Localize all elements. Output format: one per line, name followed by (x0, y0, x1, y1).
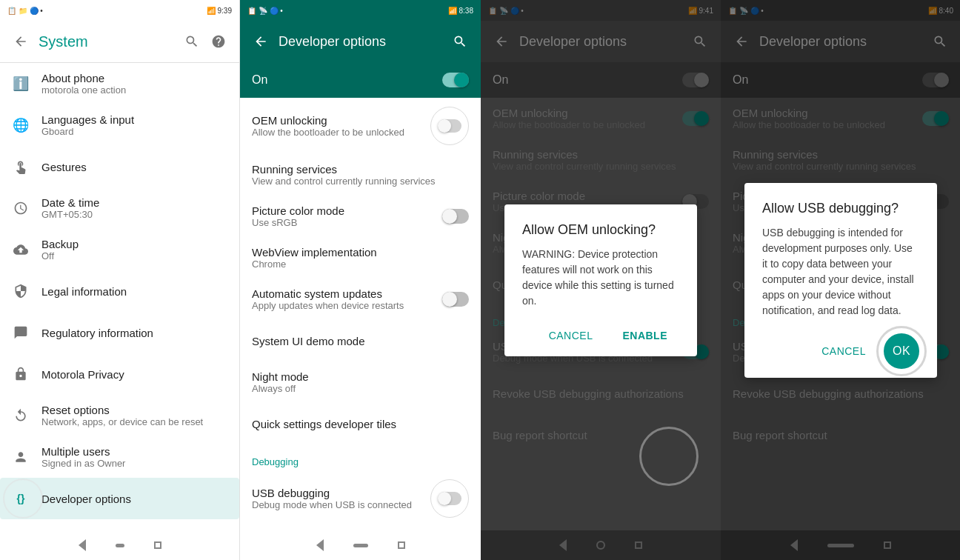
oem-dialog-title: Allow OEM unlocking? (522, 222, 679, 238)
time-1: 9:39 (218, 7, 232, 15)
backup-icon (12, 241, 30, 259)
status-icons-left: 📋 📁 🔵 • (7, 7, 43, 15)
oem-toggle-2[interactable] (438, 119, 461, 133)
usb-dialog: Allow USB debugging? USB debugging is in… (744, 183, 937, 378)
oem-dialog-body: WARNING: Device protection features will… (522, 247, 679, 309)
system-menu-list: ℹ️ About phone motorola one action 🌐 Lan… (0, 63, 239, 530)
status-bar-2: 📋 📡 🔵 • 📶 8:38 (240, 0, 481, 21)
usb-toggle-2[interactable] (438, 492, 461, 505)
nav-bar-2 (240, 530, 481, 560)
back-icon-2[interactable] (252, 33, 270, 50)
wifi-icon: 📶 (207, 7, 216, 15)
menu-legal[interactable]: Legal information (0, 270, 239, 312)
regulatory-icon (12, 324, 30, 341)
reset-icon (12, 407, 30, 424)
oem-dialog-overlay: Allow OEM unlocking? WARNING: Device pro… (481, 0, 721, 560)
webview-row[interactable]: WebView implementation Chrome (240, 237, 481, 279)
usb-dialog-actions: Cancel OK (762, 333, 919, 369)
status-bar-1: 📋 📁 🔵 • 📶 9:39 (0, 0, 239, 21)
oem-dialog: Allow OEM unlocking? WARNING: Device pro… (504, 204, 697, 356)
regulatory-label: Regulatory information (41, 327, 227, 339)
menu-gestures[interactable]: Gestures (0, 146, 239, 187)
menu-developer[interactable]: {} Developer options (0, 478, 239, 519)
quick-settings-tiles-row[interactable]: Quick settings developer tiles (240, 403, 481, 444)
picture-color-row[interactable]: Picture color mode Use sRGB (240, 196, 481, 237)
menu-regulatory[interactable]: Regulatory information (0, 312, 239, 353)
oem-cancel-button[interactable]: Cancel (537, 324, 605, 347)
app-bar-1: System (0, 21, 239, 62)
developer-options-panel-4: 📋 📡 🔵 • 📶 8:40 Developer options On OEM … (721, 0, 960, 560)
back-nav-2[interactable] (316, 539, 324, 551)
nav-bar-1 (0, 530, 239, 560)
menu-backup[interactable]: Backup Off (0, 229, 239, 270)
users-icon (12, 448, 30, 466)
dev-settings-list-2: OEM unlocking Allow the bootloader to be… (240, 98, 481, 530)
legal-label: Legal information (41, 285, 227, 298)
usb-dialog-body: USB debugging is intended for developmen… (762, 225, 919, 319)
usb-dialog-title: Allow USB debugging? (762, 201, 919, 216)
info-icon: ℹ️ (12, 75, 30, 93)
home-nav-2[interactable] (353, 544, 368, 547)
search-icon-2[interactable] (451, 33, 469, 50)
menu-about-phone[interactable]: ℹ️ About phone motorola one action (0, 63, 239, 104)
usb-cancel-button[interactable]: Cancel (810, 339, 878, 363)
app-bar-2: Developer options (240, 21, 481, 62)
usb-dialog-overlay: Allow USB debugging? USB debugging is in… (721, 0, 960, 560)
recents-nav-2[interactable] (398, 541, 405, 549)
dev-on-row-2[interactable]: On (240, 62, 481, 98)
privacy-icon (12, 365, 30, 383)
recents-nav-1[interactable] (154, 541, 161, 549)
help-icon-1[interactable] (210, 33, 227, 50)
app-title-2: Developer options (279, 34, 442, 50)
status-icons-left-2: 📋 📡 🔵 • (247, 7, 283, 15)
system-settings-panel: 📋 📁 🔵 • 📶 9:39 System ℹ️ About phone mot… (0, 0, 239, 560)
time-2: 8:38 (459, 7, 473, 15)
picture-color-toggle-2[interactable] (442, 209, 469, 224)
debugging-header-2: Debugging (240, 444, 481, 470)
menu-users[interactable]: Multiple users Signed in as Owner (0, 436, 239, 478)
developer-options-panel-3: 📋 📡 🔵 • 📶 9:41 Developer options On OEM … (481, 0, 721, 560)
wifi-icon-2: 📶 (448, 7, 457, 15)
developer-options-panel: 📋 📡 🔵 • 📶 8:38 Developer options On OEM … (240, 0, 481, 560)
clock-icon (12, 199, 30, 217)
menu-date-time[interactable]: Date & time GMT+05:30 (0, 187, 239, 229)
usb-debug-row-2[interactable]: USB debugging Debug mode when USB is con… (240, 470, 481, 527)
oem-enable-button[interactable]: Enable (610, 324, 679, 347)
menu-privacy[interactable]: Motorola Privacy (0, 353, 239, 395)
gesture-icon (12, 158, 30, 176)
back-nav-1[interactable] (79, 539, 86, 551)
back-icon-1[interactable] (12, 33, 30, 50)
language-icon: 🌐 (12, 116, 30, 134)
dev-on-label-2: On (252, 73, 442, 87)
legal-icon (12, 282, 30, 300)
oem-dialog-actions: Cancel Enable (522, 324, 679, 347)
auto-sys-updates-row[interactable]: Automatic system updates Apply updates w… (240, 279, 481, 320)
night-mode-row[interactable]: Night mode Always off (240, 361, 481, 403)
running-services-row[interactable]: Running services View and control curren… (240, 154, 481, 196)
dev-toggle-2[interactable] (442, 73, 469, 87)
ui-demo-row[interactable]: System UI demo mode (240, 320, 481, 361)
menu-reset[interactable]: Reset options Network, apps, or device c… (0, 395, 239, 436)
menu-system-updates[interactable]: System updates Updated to Android 9 (0, 519, 239, 530)
app-title-1: System (39, 33, 174, 50)
oem-unlocking-row[interactable]: OEM unlocking Allow the bootloader to be… (240, 98, 481, 154)
search-icon-1[interactable] (183, 33, 201, 50)
home-nav-1[interactable] (116, 544, 124, 547)
menu-languages[interactable]: 🌐 Languages & input Gboard (0, 104, 239, 146)
auto-updates-toggle-2[interactable] (442, 292, 469, 307)
